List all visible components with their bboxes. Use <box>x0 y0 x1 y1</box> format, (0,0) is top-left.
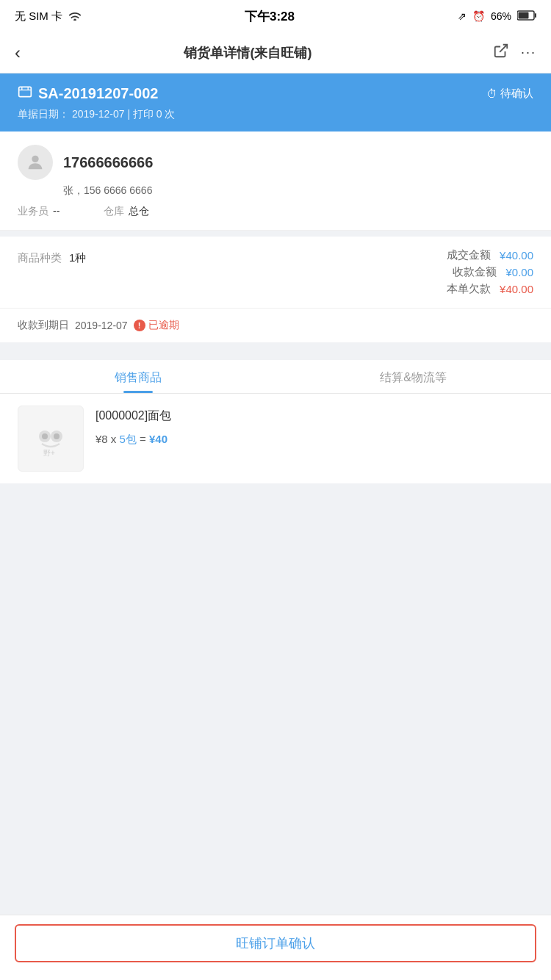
customer-name: 张，156 6666 6666 <box>63 184 533 198</box>
product-price-row: ¥8 x 5包 = ¥40 <box>96 433 533 447</box>
product-total: ¥40 <box>149 433 168 445</box>
product-info: [0000002]面包 ¥8 x 5包 = ¥40 <box>96 406 533 447</box>
page-title: 销货单详情(来自旺铺) <box>3 44 493 62</box>
divider-2 <box>0 354 551 360</box>
battery-icon <box>517 10 536 23</box>
nav-actions: ··· <box>493 43 536 62</box>
location-icon: ⇗ <box>458 10 467 22</box>
stats-section: 商品种类 1种 成交金额 ¥40.00 收款金额 ¥0.00 本单欠款 ¥40.… <box>0 237 551 309</box>
avatar <box>18 145 53 180</box>
transaction-value: ¥40.00 <box>500 249 533 262</box>
svg-point-9 <box>54 433 60 439</box>
alarm-icon: ⏰ <box>472 10 485 22</box>
status-time: 下午3:28 <box>245 8 295 25</box>
staff-meta: 业务员 -- <box>18 205 60 218</box>
date-value: 2019-12-07 <box>72 108 125 120</box>
tab-settlement-label: 结算&物流等 <box>380 371 447 383</box>
bottom-bar: 旺铺订单确认 <box>0 915 551 980</box>
confirm-order-button[interactable]: 旺铺订单确认 <box>15 924 536 962</box>
transaction-row: 成交金额 ¥40.00 <box>447 248 533 262</box>
order-date-row: 单据日期： 2019-12-07 | 打印 0 次 <box>18 108 533 121</box>
date-label: 单据日期： <box>18 108 69 120</box>
status-badge: ⏱ 待确认 <box>486 87 533 101</box>
overdue-text: 已逾期 <box>148 319 179 332</box>
order-id-text: SA-20191207-002 <box>38 85 158 102</box>
status-clock-icon: ⏱ <box>486 87 497 100</box>
confirm-button-label: 旺铺订单确认 <box>236 934 315 952</box>
transaction-label: 成交金额 <box>447 248 491 262</box>
status-text: 待确认 <box>500 87 533 101</box>
product-item: 野+ [0000002]面包 ¥8 x 5包 = ¥40 <box>0 394 551 483</box>
received-value: ¥0.00 <box>505 266 533 278</box>
warehouse-label: 仓库 <box>104 205 124 218</box>
product-quantity: 5包 <box>120 433 137 445</box>
wifi-icon <box>68 10 82 23</box>
product-price: ¥8 x <box>96 433 120 445</box>
product-name: [0000002]面包 <box>96 408 533 424</box>
product-type: 商品种类 1种 <box>18 248 86 265</box>
status-left: 无 SIM 卡 <box>15 10 82 24</box>
order-icon <box>18 85 32 102</box>
customer-section: 17666666666 张，156 6666 6666 业务员 -- 仓库 总仓 <box>0 131 551 231</box>
carrier-text: 无 SIM 卡 <box>15 10 62 24</box>
warehouse-value: 总仓 <box>129 205 149 218</box>
customer-phone: 17666666666 <box>63 154 153 171</box>
svg-rect-1 <box>535 13 536 18</box>
warehouse-meta: 仓库 总仓 <box>104 205 149 218</box>
tab-settlement[interactable]: 结算&物流等 <box>276 360 551 393</box>
product-type-label: 商品种类 <box>18 251 62 265</box>
status-bar: 无 SIM 卡 下午3:28 ⇗ ⏰ 66% <box>0 0 551 32</box>
financial-stats: 成交金额 ¥40.00 收款金额 ¥0.00 本单欠款 ¥40.00 <box>447 248 533 296</box>
owed-value: ¥40.00 <box>500 283 533 295</box>
owed-label: 本单欠款 <box>447 282 491 296</box>
divider-1 <box>0 231 551 237</box>
more-button[interactable]: ··· <box>521 45 536 60</box>
share-button[interactable] <box>493 43 509 62</box>
header-card: SA-20191207-002 ⏱ 待确认 单据日期： 2019-12-07 |… <box>0 73 551 131</box>
svg-rect-4 <box>19 87 32 96</box>
svg-text:野+: 野+ <box>43 449 55 457</box>
product-thumbnail: 野+ <box>18 406 84 472</box>
tab-products-label: 销售商品 <box>115 371 162 383</box>
owed-row: 本单欠款 ¥40.00 <box>447 282 533 296</box>
due-date: 2019-12-07 <box>75 320 128 331</box>
received-label: 收款金额 <box>453 265 497 279</box>
staff-value: -- <box>53 205 60 218</box>
customer-meta: 业务员 -- 仓库 总仓 <box>18 205 533 218</box>
product-type-value: 1种 <box>69 251 86 265</box>
due-date-section: 收款到期日 2019-12-07 ! 已逾期 <box>0 309 551 348</box>
nav-bar: ‹ 销货单详情(来自旺铺) ··· <box>0 32 551 73</box>
tab-products[interactable]: 销售商品 <box>0 360 276 393</box>
svg-point-5 <box>32 156 38 162</box>
order-id: SA-20191207-002 <box>18 85 158 102</box>
battery-text: 66% <box>491 10 511 22</box>
overdue-badge: ! 已逾期 <box>134 319 179 332</box>
overdue-icon: ! <box>134 320 145 331</box>
svg-rect-2 <box>518 12 528 18</box>
svg-point-8 <box>42 433 48 439</box>
status-right: ⇗ ⏰ 66% <box>458 10 536 23</box>
due-label: 收款到期日 <box>18 319 69 332</box>
product-equals: = <box>137 433 149 445</box>
svg-line-3 <box>500 45 507 52</box>
received-row: 收款金额 ¥0.00 <box>453 265 533 279</box>
empty-area <box>0 483 551 674</box>
tabs-section: 销售商品 结算&物流等 <box>0 360 551 394</box>
staff-label: 业务员 <box>18 205 48 218</box>
print-info: | 打印 0 次 <box>127 108 175 120</box>
